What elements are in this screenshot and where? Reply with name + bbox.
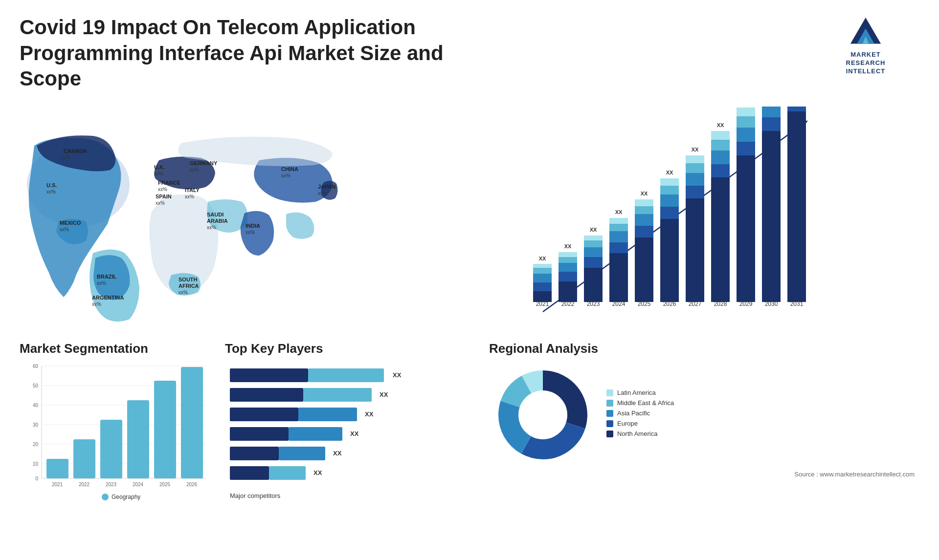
svg-text:XX: XX	[333, 450, 342, 457]
key-players-section: Top Key Players XX XX XX XX	[225, 341, 479, 517]
svg-rect-83	[686, 163, 704, 173]
svg-text:xx%: xx%	[61, 155, 70, 160]
svg-text:BRAZIL: BRAZIL	[97, 274, 117, 280]
segmentation-title: Market Segmentation	[20, 341, 215, 356]
svg-rect-149	[289, 427, 342, 441]
segmentation-section: Market Segmentation 60 50 40 30 20 10 0	[20, 341, 215, 517]
bottom-row: Market Segmentation 60 50 40 30 20 10 0	[20, 341, 919, 517]
svg-text:2022: 2022	[79, 482, 90, 487]
svg-text:ARABIA: ARABIA	[207, 218, 228, 224]
top-row: CANADA xx% U.S. xx% MEXICO xx% BRAZIL xx…	[20, 97, 919, 331]
svg-text:2022: 2022	[561, 301, 575, 307]
svg-text:SOUTH: SOUTH	[179, 277, 198, 282]
svg-rect-46	[559, 272, 577, 281]
svg-text:INDIA: INDIA	[246, 223, 260, 229]
svg-text:CANADA: CANADA	[64, 148, 87, 154]
svg-text:ITALY: ITALY	[185, 187, 200, 193]
svg-rect-91	[711, 131, 730, 140]
svg-text:MEXICO: MEXICO	[60, 220, 81, 226]
main-content: CANADA xx% U.S. xx% MEXICO xx% BRAZIL xx…	[0, 97, 939, 517]
logo-area: MARKET RESEARCH INTELLECT	[812, 15, 919, 76]
legend-north-america: North America	[606, 430, 674, 437]
svg-text:XX: XX	[539, 256, 546, 261]
svg-text:xx%: xx%	[97, 280, 106, 286]
page-title: Covid 19 Impact On Telecom Application P…	[20, 15, 460, 92]
svg-rect-151	[230, 447, 279, 460]
svg-rect-60	[609, 242, 628, 253]
svg-text:2023: 2023	[106, 482, 117, 487]
donut-container: Latin America Middle East & Africa Asia …	[489, 361, 919, 469]
svg-text:2025: 2025	[638, 301, 651, 307]
svg-rect-49	[559, 252, 577, 257]
svg-rect-82	[686, 173, 704, 186]
svg-text:xx%: xx%	[179, 290, 188, 295]
svg-text:XX: XX	[393, 371, 402, 379]
svg-text:xx%: xx%	[207, 225, 216, 230]
svg-text:FRANCE: FRANCE	[158, 180, 180, 186]
svg-text:2023: 2023	[587, 301, 600, 307]
legend-label-europe: Europe	[617, 420, 638, 427]
svg-text:2024: 2024	[612, 301, 626, 307]
svg-rect-102	[762, 117, 781, 131]
legend-asia: Asia Pacific	[606, 409, 674, 417]
svg-rect-55	[584, 240, 603, 247]
svg-rect-155	[269, 466, 306, 480]
svg-rect-63	[609, 218, 628, 224]
svg-text:XX: XX	[590, 227, 597, 233]
svg-rect-107	[787, 107, 806, 111]
svg-rect-73	[660, 219, 679, 302]
svg-rect-61	[609, 231, 628, 242]
world-map: CANADA xx% U.S. xx% MEXICO xx% BRAZIL xx…	[20, 97, 401, 326]
svg-rect-145	[230, 408, 298, 421]
svg-text:XX: XX	[641, 191, 648, 196]
svg-rect-148	[230, 427, 289, 441]
source-text: Source : www.marketresearchintellect.com	[489, 471, 919, 478]
legend-color-europe	[606, 420, 613, 427]
svg-text:xx%: xx%	[158, 187, 167, 192]
svg-text:SAUDI: SAUDI	[207, 212, 224, 217]
svg-text:2031: 2031	[790, 301, 804, 307]
legend-color-latin	[606, 389, 613, 396]
svg-rect-66	[635, 237, 653, 302]
legend-mea: Middle East & Africa	[606, 399, 674, 407]
svg-rect-47	[559, 263, 577, 272]
segmentation-chart: 60 50 40 30 20 10 0 2021	[20, 361, 210, 503]
svg-rect-75	[660, 194, 679, 207]
svg-text:U.S.: U.S.	[46, 182, 57, 188]
svg-rect-131	[127, 400, 149, 478]
svg-rect-80	[686, 198, 704, 302]
svg-rect-84	[686, 155, 704, 163]
legend-color-na	[606, 431, 613, 437]
svg-rect-74	[660, 207, 679, 219]
legend-label-na: North America	[617, 430, 657, 437]
svg-text:AFRICA: AFRICA	[179, 283, 199, 289]
svg-rect-56	[584, 236, 603, 240]
svg-text:xx%: xx%	[281, 173, 291, 178]
legend-latin-america: Latin America	[606, 389, 674, 396]
svg-text:2026: 2026	[663, 301, 676, 307]
svg-point-163	[518, 390, 567, 439]
bar-chart-section: XX 2021 XX 2022 XX 2023	[421, 97, 919, 331]
svg-text:2021: 2021	[536, 301, 549, 307]
svg-rect-125	[46, 459, 68, 478]
svg-rect-90	[711, 140, 730, 151]
svg-text:2026: 2026	[186, 482, 198, 487]
svg-rect-42	[533, 264, 552, 268]
svg-text:60: 60	[33, 364, 39, 369]
svg-rect-68	[635, 214, 653, 226]
svg-text:2027: 2027	[689, 301, 702, 307]
svg-rect-135	[181, 367, 203, 478]
svg-rect-103	[762, 107, 781, 117]
header: Covid 19 Impact On Telecom Application P…	[0, 0, 939, 97]
svg-rect-97	[737, 116, 755, 128]
svg-rect-96	[737, 128, 755, 142]
svg-rect-67	[635, 226, 653, 237]
svg-text:2025: 2025	[159, 482, 171, 487]
svg-rect-59	[609, 253, 628, 302]
svg-rect-154	[230, 466, 269, 480]
svg-rect-140	[308, 368, 384, 382]
svg-rect-62	[609, 224, 628, 231]
svg-rect-89	[711, 151, 730, 164]
svg-text:xx%: xx%	[46, 189, 56, 194]
svg-text:30: 30	[33, 422, 39, 428]
